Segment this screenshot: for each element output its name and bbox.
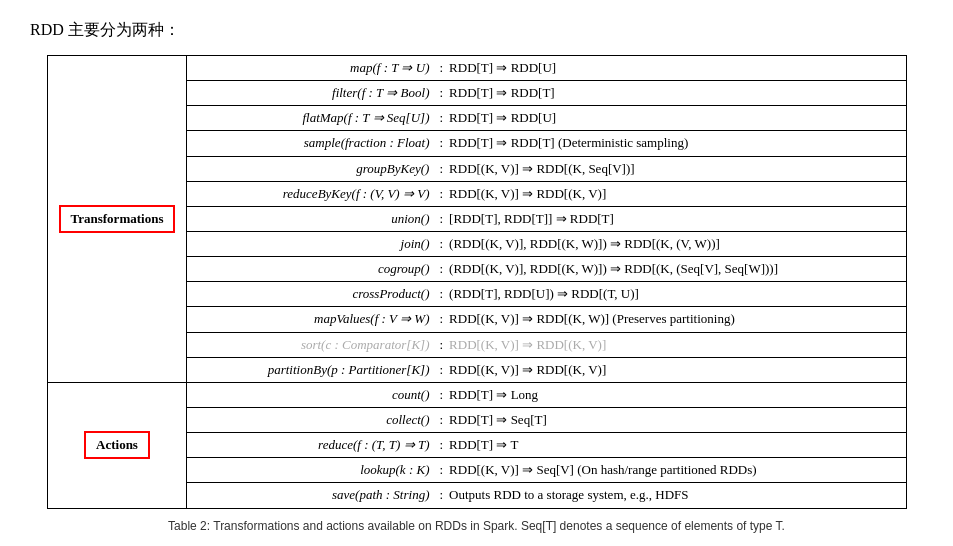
op-result: RDD[(K, V)] ⇒ RDD[(K, W)] (Preserves par…: [449, 309, 899, 329]
op-result: RDD[T] ⇒ RDD[T]: [449, 83, 899, 103]
op-result: RDD[(K, V)] ⇒ RDD[(K, Seq[V])]: [449, 159, 899, 179]
label-box-actions: Actions: [84, 431, 150, 459]
op-colon: :: [433, 159, 449, 179]
op-colon: :: [433, 284, 449, 304]
operation-cell: count():RDD[T] ⇒ Long: [187, 382, 906, 407]
op-name: save(path : String): [193, 485, 433, 505]
op-name: reduceByKey(f : (V, V) ⇒ V): [193, 184, 433, 204]
op-colon: :: [433, 259, 449, 279]
op-name: reduce(f : (T, T) ⇒ T): [193, 435, 433, 455]
op-result: RDD[T] ⇒ RDD[U]: [449, 108, 899, 128]
operation-cell: sample(fraction : Float):RDD[T] ⇒ RDD[T]…: [187, 131, 906, 156]
op-name: mapValues(f : V ⇒ W): [193, 309, 433, 329]
op-colon: :: [433, 209, 449, 229]
op-colon: :: [433, 385, 449, 405]
op-name: crossProduct(): [193, 284, 433, 304]
op-name: filter(f : T ⇒ Bool): [193, 83, 433, 103]
op-colon: :: [433, 58, 449, 78]
op-name: sample(fraction : Float): [193, 133, 433, 153]
operation-cell: save(path : String):Outputs RDD to a sto…: [187, 483, 906, 508]
table-row: Actionscount():RDD[T] ⇒ Long: [47, 382, 906, 407]
op-result: RDD[T] ⇒ T: [449, 435, 899, 455]
operation-cell: join():(RDD[(K, V)], RDD[(K, W)]) ⇒ RDD[…: [187, 231, 906, 256]
op-result: (RDD[(K, V)], RDD[(K, W)]) ⇒ RDD[(K, (Se…: [449, 259, 899, 279]
operation-cell: filter(f : T ⇒ Bool):RDD[T] ⇒ RDD[T]: [187, 81, 906, 106]
op-result: RDD[T] ⇒ RDD[U]: [449, 58, 899, 78]
op-name: groupByKey(): [193, 159, 433, 179]
operation-cell: flatMap(f : T ⇒ Seq[U]):RDD[T] ⇒ RDD[U]: [187, 106, 906, 131]
op-name: lookup(k : K): [193, 460, 433, 480]
operation-cell: crossProduct():(RDD[T], RDD[U]) ⇒ RDD[(T…: [187, 282, 906, 307]
op-result: RDD[(K, V)] ⇒ RDD[(K, V)]: [449, 184, 899, 204]
op-name: collect(): [193, 410, 433, 430]
op-colon: :: [433, 184, 449, 204]
op-result: RDD[(K, V)] ⇒ Seq[V] (On hash/range part…: [449, 460, 899, 480]
op-colon: :: [433, 360, 449, 380]
operation-cell: union():[RDD[T], RDD[T]] ⇒ RDD[T]: [187, 206, 906, 231]
op-colon: :: [433, 83, 449, 103]
table-row: Transformationsmap(f : T ⇒ U):RDD[T] ⇒ R…: [47, 56, 906, 81]
rdd-operations-table: Transformationsmap(f : T ⇒ U):RDD[T] ⇒ R…: [47, 55, 907, 509]
op-colon: :: [433, 435, 449, 455]
operation-cell: partitionBy(p : Partitioner[K]):RDD[(K, …: [187, 357, 906, 382]
op-result: RDD[T] ⇒ Seq[T]: [449, 410, 899, 430]
op-colon: :: [433, 133, 449, 153]
operation-cell: reduceByKey(f : (V, V) ⇒ V):RDD[(K, V)] …: [187, 181, 906, 206]
operation-cell: mapValues(f : V ⇒ W):RDD[(K, V)] ⇒ RDD[(…: [187, 307, 906, 332]
op-colon: :: [433, 108, 449, 128]
op-result: [RDD[T], RDD[T]] ⇒ RDD[T]: [449, 209, 899, 229]
op-colon: :: [433, 234, 449, 254]
label-cell-transformations: Transformations: [47, 56, 187, 383]
op-name: sort(c : Comparator[K]): [193, 335, 433, 355]
op-name: union(): [193, 209, 433, 229]
op-result: Outputs RDD to a storage system, e.g., H…: [449, 485, 899, 505]
op-name: flatMap(f : T ⇒ Seq[U]): [193, 108, 433, 128]
op-result: RDD[(K, V)] ⇒ RDD[(K, V)]: [449, 335, 899, 355]
op-result: RDD[T] ⇒ RDD[T] (Deterministic sampling): [449, 133, 899, 153]
op-colon: :: [433, 460, 449, 480]
operation-cell: reduce(f : (T, T) ⇒ T):RDD[T] ⇒ T: [187, 433, 906, 458]
op-colon: :: [433, 309, 449, 329]
op-name: map(f : T ⇒ U): [193, 58, 433, 78]
table-caption: Table 2: Transformations and actions ava…: [30, 519, 923, 533]
op-result: (RDD[(K, V)], RDD[(K, W)]) ⇒ RDD[(K, (V,…: [449, 234, 899, 254]
op-result: (RDD[T], RDD[U]) ⇒ RDD[(T, U)]: [449, 284, 899, 304]
operation-cell: sort(c : Comparator[K]):RDD[(K, V)] ⇒ RD…: [187, 332, 906, 357]
op-name: cogroup(): [193, 259, 433, 279]
intro-text: RDD 主要分为两种：: [30, 20, 923, 41]
op-colon: :: [433, 335, 449, 355]
operation-cell: groupByKey():RDD[(K, V)] ⇒ RDD[(K, Seq[V…: [187, 156, 906, 181]
op-result: RDD[(K, V)] ⇒ RDD[(K, V)]: [449, 360, 899, 380]
op-colon: :: [433, 485, 449, 505]
operation-cell: collect():RDD[T] ⇒ Seq[T]: [187, 407, 906, 432]
operation-cell: map(f : T ⇒ U):RDD[T] ⇒ RDD[U]: [187, 56, 906, 81]
operation-cell: cogroup():(RDD[(K, V)], RDD[(K, W)]) ⇒ R…: [187, 257, 906, 282]
op-name: partitionBy(p : Partitioner[K]): [193, 360, 433, 380]
op-name: count(): [193, 385, 433, 405]
label-cell-actions: Actions: [47, 382, 187, 508]
op-name: join(): [193, 234, 433, 254]
op-result: RDD[T] ⇒ Long: [449, 385, 899, 405]
op-colon: :: [433, 410, 449, 430]
label-box-transformations: Transformations: [59, 205, 176, 233]
operation-cell: lookup(k : K):RDD[(K, V)] ⇒ Seq[V] (On h…: [187, 458, 906, 483]
rdd-table-container: Transformationsmap(f : T ⇒ U):RDD[T] ⇒ R…: [30, 55, 923, 509]
